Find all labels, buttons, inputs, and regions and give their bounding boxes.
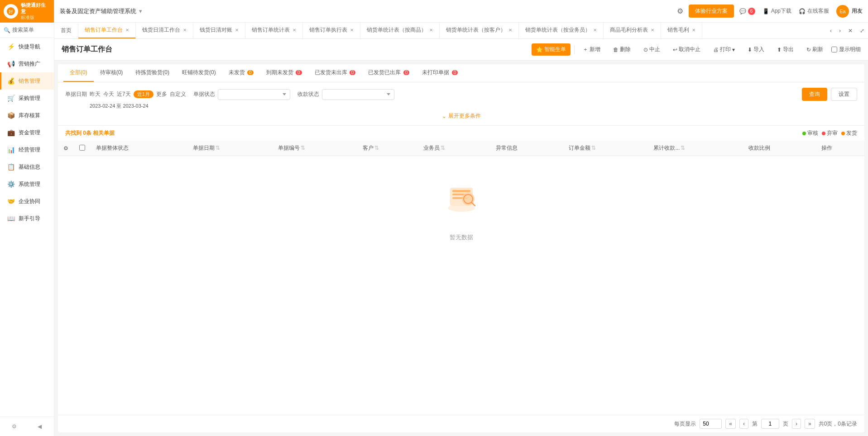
header-settings-icon[interactable]: ⚙ <box>677 7 683 15</box>
first-page-button[interactable]: « <box>725 419 736 429</box>
add-button[interactable]: ＋ 新增 <box>578 43 605 56</box>
settings-button[interactable]: ⚙ <box>4 421 25 432</box>
col-abnormal[interactable]: 异常信息 <box>490 141 563 156</box>
tab-home[interactable]: 首页 <box>54 23 78 38</box>
tab-cash-reconcile[interactable]: 钱货日清对账 ✕ <box>193 23 245 38</box>
sidebar-item-quick-nav[interactable]: ⚡ 快捷导航 <box>0 38 54 55</box>
col-staff[interactable]: 业务员⇅ <box>418 141 491 156</box>
user-area[interactable]: Ea 用友 <box>836 5 863 18</box>
col-customer[interactable]: 客户⇅ <box>357 141 418 156</box>
table-scroll[interactable]: ⚙ 单据整体状态 单据日期⇅ 单据编号⇅ <box>58 141 864 415</box>
settings-filter-button[interactable]: 设置 <box>831 88 857 101</box>
date-yesterday[interactable]: 昨天 <box>90 90 101 98</box>
next-page-button[interactable]: › <box>792 419 801 429</box>
unaudit-quick-btn[interactable]: 弃审 <box>822 129 838 137</box>
sidebar-item-purchase[interactable]: 🛒 采购管理 <box>0 90 54 107</box>
col-ratio[interactable]: 收款比例 <box>743 141 816 156</box>
tab-close-icon[interactable]: ✕ <box>593 28 597 33</box>
tab-cash-daily[interactable]: 钱货日清工作台 ✕ <box>136 23 193 38</box>
sub-tab-not-shipped[interactable]: 未发货 0 <box>222 64 260 82</box>
tab-close-icon[interactable]: ✕ <box>235 28 239 33</box>
sidebar-item-basic[interactable]: 📋 基础信息 <box>0 158 54 175</box>
tab-sales-product[interactable]: 销货单统计表（按商品） ✕ <box>360 23 440 38</box>
tab-margin[interactable]: 商品毛利分析表 ✕ <box>604 23 661 38</box>
show-detail-label[interactable]: 显示明细 <box>839 46 861 53</box>
tab-sales-staff[interactable]: 销货单统计表（按业务员） ✕ <box>519 23 604 38</box>
tab-sales-customer[interactable]: 销货单统计表（按客户） ✕ <box>440 23 519 38</box>
sidebar-item-sales[interactable]: 💰 销售管理 <box>0 72 54 90</box>
industry-solution-button[interactable]: 体验行业方案 <box>689 5 734 18</box>
page-input[interactable] <box>761 419 779 429</box>
sidebar-item-operation[interactable]: 📊 经营管理 <box>0 141 54 158</box>
stop-button[interactable]: ⊙ 中止 <box>639 43 665 56</box>
sub-tab-shipped-not-in[interactable]: 已发货未出库 0 <box>308 64 362 82</box>
date-custom[interactable]: 自定义 <box>170 90 186 98</box>
sidebar-item-finance[interactable]: 💼 资金管理 <box>0 124 54 141</box>
ship-quick-btn[interactable]: 发货 <box>841 129 857 137</box>
sidebar-item-system[interactable]: ⚙️ 系统管理 <box>0 175 54 193</box>
tab-close-icon[interactable]: ✕ <box>692 28 695 33</box>
sub-tab-pending-inspect[interactable]: 待拣货验货(0) <box>129 64 176 82</box>
export-button[interactable]: ⬆ 导出 <box>772 43 798 56</box>
audit-quick-btn[interactable]: 审核 <box>802 129 818 137</box>
smart-generate-button[interactable]: ⭐ 智能生单 <box>532 43 571 56</box>
tab-sales-margin[interactable]: 销售毛利 ✕ <box>661 23 702 38</box>
tab-close-icon[interactable]: ✕ <box>429 28 433 33</box>
tab-close-icon[interactable]: ✕ <box>508 28 512 33</box>
sidebar-item-guide[interactable]: 📖 新手引导 <box>0 210 54 227</box>
delete-button[interactable]: 🗑 删除 <box>609 43 635 56</box>
tab-sales-exec[interactable]: 销售订单执行表 ✕ <box>303 23 360 38</box>
sub-tab-shipped-out[interactable]: 已发货已出库 0 <box>362 64 416 82</box>
col-received[interactable]: 累计收款...⇅ <box>648 141 743 156</box>
sub-tab-all[interactable]: 全部(0) <box>63 64 94 82</box>
date-7days[interactable]: 近7天 <box>117 90 131 98</box>
col-settings[interactable]: ⚙ <box>58 141 74 156</box>
tab-sales-order[interactable]: 销售订单工作台 ✕ <box>78 23 136 38</box>
date-1month[interactable]: 近1月 <box>134 90 153 98</box>
col-status[interactable]: 单据整体状态 <box>91 141 187 156</box>
tab-label: 销售订单统计表 <box>252 26 290 34</box>
sub-tab-pending-audit[interactable]: 待审核(0) <box>94 64 129 82</box>
status-select[interactable] <box>218 89 290 100</box>
print-button[interactable]: 🖨 打印 ▾ <box>709 43 739 56</box>
prev-page-button[interactable]: ‹ <box>739 419 748 429</box>
system-dropdown-icon[interactable]: ▾ <box>139 8 142 14</box>
import-button[interactable]: ⬇ 导入 <box>743 43 769 56</box>
collapse-button[interactable]: ◀ <box>29 421 51 432</box>
tab-close-all-button[interactable]: ✕ <box>844 25 856 37</box>
col-checkbox[interactable] <box>74 141 91 156</box>
tab-close-icon[interactable]: ✕ <box>350 28 354 33</box>
cancel-stop-button[interactable]: ↩ 取消中止 <box>668 43 705 56</box>
sidebar-item-inventory[interactable]: 📦 库存核算 <box>0 107 54 124</box>
refresh-button[interactable]: ↻ 刷新 <box>802 43 828 56</box>
payment-select[interactable] <box>322 89 394 100</box>
tab-next-button[interactable]: › <box>835 25 844 37</box>
sub-tab-wangpu[interactable]: 旺铺待发货(0) <box>176 64 222 82</box>
tab-close-icon[interactable]: ✕ <box>293 28 296 33</box>
per-page-select[interactable]: 50 10 20 100 <box>700 419 722 429</box>
tab-close-icon[interactable]: ✕ <box>183 28 187 33</box>
expand-filter-button[interactable]: ⌄ 展开更多条件 <box>65 112 857 120</box>
tab-close-icon[interactable]: ✕ <box>125 28 129 33</box>
last-page-button[interactable]: » <box>805 419 815 429</box>
tab-close-icon[interactable]: ✕ <box>651 28 654 33</box>
sub-tab-not-printed[interactable]: 未打印单据 0 <box>416 64 464 82</box>
select-all-checkbox[interactable] <box>79 145 85 151</box>
show-detail-checkbox[interactable] <box>831 47 837 52</box>
sidebar-item-cooperation[interactable]: 🤝 企业协同 <box>0 193 54 210</box>
col-no[interactable]: 单据编号⇅ <box>273 141 357 156</box>
online-service-button[interactable]: 🎧 在线客服 <box>799 7 829 15</box>
sidebar-item-marketing[interactable]: 📢 营销推广 <box>0 55 54 72</box>
tab-sales-stats[interactable]: 销售订单统计表 ✕ <box>245 23 303 38</box>
date-more[interactable]: 更多 <box>156 90 167 98</box>
query-button[interactable]: 查询 <box>802 88 827 101</box>
sidebar-search[interactable]: 🔍 搜索菜单 <box>0 23 54 38</box>
tab-fullscreen-button[interactable]: ⤢ <box>856 25 868 37</box>
message-button[interactable]: 💬 6 <box>739 8 755 15</box>
sub-tab-overdue[interactable]: 到期未发货 0 <box>260 64 308 82</box>
col-amount[interactable]: 订单金额⇅ <box>563 141 648 156</box>
tab-prev-button[interactable]: ‹ <box>826 25 835 37</box>
col-date[interactable]: 单据日期⇅ <box>187 141 272 156</box>
app-download-button[interactable]: 📱 App下载 <box>762 7 791 15</box>
date-today[interactable]: 今天 <box>103 90 114 98</box>
